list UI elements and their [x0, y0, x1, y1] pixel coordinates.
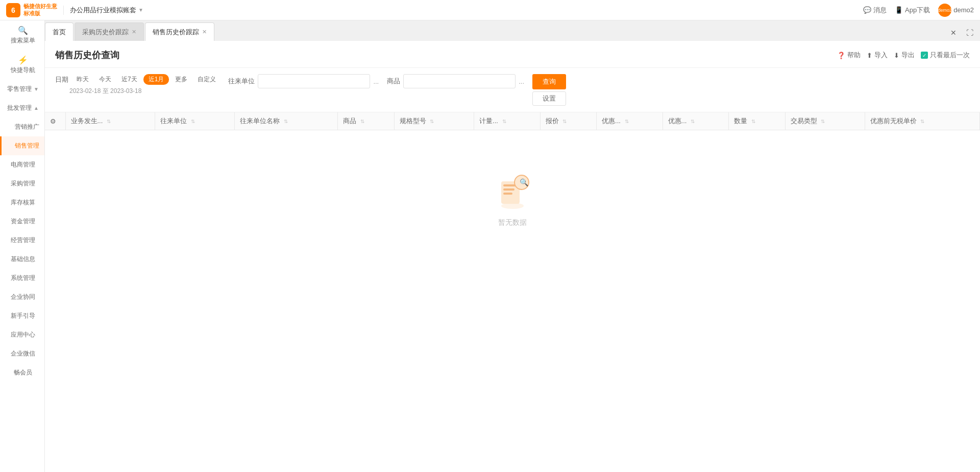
th-discount2[interactable]: 优惠... ⇅ — [663, 112, 729, 130]
main-layout: 🔍 搜索菜单 ⚡ 快捷导航 零售管理 ▼ 批发管理 ▲ 营销推广 销售管理 电商… — [0, 20, 980, 472]
sort-icon: ⇅ — [430, 119, 434, 124]
th-pretax-price[interactable]: 优惠前无税单价 ⇅ — [865, 112, 979, 130]
sort-icon: ⇅ — [691, 119, 695, 124]
only-last-checkbox[interactable]: ✓ — [921, 52, 928, 59]
date-btn-7days[interactable]: 近7天 — [117, 74, 141, 85]
sidebar-item-wholesale[interactable]: 批发管理 ▲ — [0, 99, 44, 117]
tab-home[interactable]: 首页 — [45, 22, 74, 41]
tab-bar-actions: ✕ ⛶ — [947, 27, 980, 41]
sidebar: 🔍 搜索菜单 ⚡ 快捷导航 零售管理 ▼ 批发管理 ▲ 营销推广 销售管理 电商… — [0, 20, 45, 472]
goods-label: 商品 — [387, 77, 400, 86]
tab-bar: 首页 采购历史价跟踪 ✕ 销售历史价跟踪 ✕ ✕ ⛶ — [45, 20, 980, 41]
goods-input[interactable] — [403, 74, 516, 88]
counterpart-input[interactable] — [258, 74, 370, 88]
date-btn-yesterday[interactable]: 昨天 — [72, 74, 93, 85]
th-unit[interactable]: 计量... ⇅ — [474, 112, 541, 130]
user-menu[interactable]: demo2 demo2 — [938, 4, 974, 17]
sidebar-item-retail[interactable]: 零售管理 ▼ — [0, 80, 44, 99]
goods-filter: 商品 ... — [387, 74, 524, 88]
page-header: 销售历史价查询 ❓ 帮助 ⬆ 导入 ⬇ 导出 ✓ — [45, 41, 980, 68]
sort-icon: ⇅ — [107, 119, 111, 124]
empty-text: 暂无数据 — [498, 218, 527, 227]
content-area: 首页 采购历史价跟踪 ✕ 销售历史价跟踪 ✕ ✕ ⛶ 销售历史价查询 — [45, 20, 980, 472]
sidebar-item-ecommerce[interactable]: 电商管理 — [0, 155, 44, 174]
th-spec[interactable]: 规格型号 ⇅ — [394, 112, 474, 130]
sort-icon: ⇅ — [360, 119, 364, 124]
th-settings[interactable]: ⚙ — [45, 112, 65, 130]
th-quantity[interactable]: 数量 ⇅ — [729, 112, 785, 130]
settings-icon: ⚙ — [50, 117, 56, 125]
sidebar-item-guide[interactable]: 新手引导 — [0, 306, 44, 325]
date-btn-more[interactable]: 更多 — [171, 74, 191, 85]
search-icon: 🔍 — [18, 26, 28, 35]
th-quote[interactable]: 报价 ⇅ — [540, 112, 596, 130]
filter-area: 日期 昨天 今天 近7天 近1月 更多 自定义 2023-02-18 至 202… — [45, 68, 980, 112]
sidebar-item-enterprise[interactable]: 企业协同 — [0, 288, 44, 306]
sort-icon: ⇅ — [821, 119, 825, 124]
th-counterpart-name[interactable]: 往来单位名称 ⇅ — [235, 112, 338, 130]
avatar: demo2 — [938, 4, 951, 17]
settings-button[interactable]: 设置 — [532, 91, 566, 106]
sidebar-item-app-center[interactable]: 应用中心 — [0, 325, 44, 344]
sort-icon: ⇅ — [191, 119, 195, 124]
tab-sales-history[interactable]: 销售历史价跟踪 ✕ — [145, 22, 214, 41]
sidebar-item-inventory[interactable]: 库存核算 — [0, 193, 44, 212]
query-button[interactable]: 查询 — [532, 74, 566, 89]
th-counterpart-code[interactable]: 往来单位 ⇅ — [155, 112, 234, 130]
date-filter-label: 日期 — [55, 75, 68, 84]
date-range-text: 2023-02-18 至 2023-03-18 — [69, 87, 220, 96]
logo-area: 6 畅捷信好生意 标准版 — [6, 3, 57, 17]
sidebar-item-system[interactable]: 系统管理 — [0, 269, 44, 288]
sidebar-item-operations[interactable]: 经营管理 — [0, 231, 44, 250]
sidebar-item-basic-info[interactable]: 基础信息 — [0, 250, 44, 269]
export-icon: ⬇ — [894, 52, 899, 59]
chevron-up-icon: ▲ — [34, 105, 39, 111]
sort-icon: ⇅ — [625, 119, 629, 124]
table-header: ⚙ 业务发生... ⇅ 往来单位 ⇅ 往来单位名称 — [45, 112, 980, 130]
expand-window-button[interactable]: ⛶ — [964, 27, 976, 39]
date-btn-custom[interactable]: 自定义 — [193, 74, 220, 85]
svg-text:🔍: 🔍 — [520, 178, 529, 187]
sidebar-item-purchase[interactable]: 采购管理 — [0, 174, 44, 193]
sidebar-item-finance[interactable]: 资金管理 — [0, 212, 44, 231]
sidebar-item-wechat[interactable]: 企业微信 — [0, 344, 44, 363]
app-selector[interactable]: 办公用品行业模拟账套 ▼ — [63, 6, 143, 15]
top-bar: 6 畅捷信好生意 标准版 办公用品行业模拟账套 ▼ 💬 消息 📱 App下载 d… — [0, 0, 980, 20]
th-discount1[interactable]: 优惠... ⇅ — [597, 112, 663, 130]
th-goods[interactable]: 商品 ⇅ — [338, 112, 394, 130]
sort-icon: ⇅ — [751, 119, 755, 124]
filter-top-row: 日期 昨天 今天 近7天 近1月 更多 自定义 2023-02-18 至 202… — [55, 74, 566, 106]
tab-close-purchase[interactable]: ✕ — [132, 29, 136, 35]
logo-icon: 6 — [6, 3, 20, 17]
tab-purchase-history[interactable]: 采购历史价跟踪 ✕ — [75, 22, 144, 41]
goods-dots: ... — [519, 78, 524, 85]
th-trade-type[interactable]: 交易类型 ⇅ — [785, 112, 865, 130]
date-btn-1month[interactable]: 近1月 — [143, 74, 169, 85]
import-button[interactable]: ⬆ 导入 — [867, 51, 888, 60]
date-btn-today[interactable]: 今天 — [95, 74, 115, 85]
sidebar-item-marketing[interactable]: 营销推广 — [0, 117, 44, 136]
sort-icon: ⇅ — [502, 119, 506, 124]
table-area: ⚙ 业务发生... ⇅ 往来单位 ⇅ 往来单位名称 — [45, 112, 980, 268]
sidebar-item-sales-mgmt[interactable]: 销售管理 — [0, 136, 44, 155]
counterpart-dots: ... — [373, 78, 379, 85]
sidebar-item-quick-nav[interactable]: ⚡ 快捷导航 — [0, 50, 44, 80]
sidebar-item-member[interactable]: 畅会员 — [0, 363, 44, 382]
message-button[interactable]: 💬 消息 — [863, 6, 887, 15]
empty-icon: 🔍 — [492, 171, 533, 212]
only-last-checkbox-item[interactable]: ✓ 只看最后一次 — [921, 51, 970, 60]
table-header-row: ⚙ 业务发生... ⇅ 往来单位 ⇅ 往来单位名称 — [45, 112, 980, 130]
sidebar-item-search[interactable]: 🔍 搜索菜单 — [0, 20, 44, 50]
close-window-button[interactable]: ✕ — [947, 27, 960, 39]
app-download-button[interactable]: 📱 App下载 — [895, 6, 930, 15]
tab-close-sales[interactable]: ✕ — [202, 29, 207, 35]
empty-state-row: 🔍 暂无数据 — [45, 130, 980, 269]
help-button[interactable]: ❓ 帮助 — [837, 51, 861, 60]
top-bar-left: 6 畅捷信好生意 标准版 办公用品行业模拟账套 ▼ — [6, 3, 143, 17]
top-bar-right: 💬 消息 📱 App下载 demo2 demo2 — [863, 4, 974, 17]
logo-text: 畅捷信好生意 标准版 — [23, 3, 57, 16]
export-button[interactable]: ⬇ 导出 — [894, 51, 915, 60]
sort-icon: ⇅ — [284, 119, 288, 124]
th-biz-date[interactable]: 业务发生... ⇅ — [65, 112, 155, 130]
chevron-down-icon: ▼ — [34, 86, 39, 92]
